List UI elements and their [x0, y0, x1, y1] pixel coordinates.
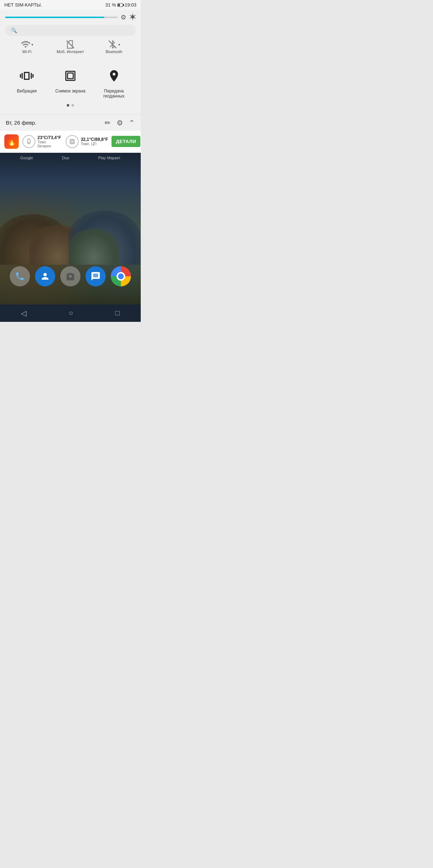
battery-percent: 31 %	[105, 2, 116, 8]
tile-bluetooth[interactable]: ▾ Bluetooth	[94, 39, 134, 54]
svg-rect-7	[71, 141, 73, 143]
brightness-row: ⚙ ✶	[5, 13, 136, 22]
dot-2	[71, 104, 74, 107]
wifi-icon-row: ▾	[21, 39, 33, 49]
search-icon: 🔍	[11, 27, 17, 33]
search-input[interactable]	[19, 27, 130, 33]
vibration-label: Вибрация	[17, 88, 37, 94]
tiles-row1: ▾ Wi-Fi Моб. Интернет ▾ Blu	[5, 39, 136, 54]
search-bar[interactable]: 🔍	[5, 25, 136, 36]
brightness-auto-icon[interactable]: ✶	[129, 13, 136, 22]
battery-temp-value: 23°C/73,4°F	[38, 135, 61, 140]
status-bar: НЕТ SIM-КАРТЫ. 31 % 19:03	[0, 0, 141, 10]
cpu-temp-icon	[66, 135, 79, 148]
tile-geodata[interactable]: Передача геоданных	[94, 66, 134, 99]
bluetooth-icon	[108, 39, 118, 49]
wifi-label: Wi-Fi	[22, 49, 32, 54]
screenshot-icon	[61, 66, 80, 86]
no-sim-text: НЕТ SIM-КАРТЫ.	[4, 2, 42, 8]
edit-icon[interactable]: ✏	[105, 118, 111, 127]
geodata-label: Передача геоданных	[94, 88, 134, 99]
status-right: 31 % 19:03	[105, 2, 136, 8]
location-icon	[104, 66, 124, 86]
mobile-data-icon	[65, 39, 75, 49]
svg-rect-6	[70, 139, 74, 144]
dock-chrome[interactable]	[111, 266, 131, 286]
battery-temp-icon	[22, 135, 35, 148]
collapse-icon[interactable]: ⌃	[129, 118, 135, 127]
dock-messages[interactable]	[86, 266, 106, 286]
app-banner: 🔥 23°C/73,4°F Темп. батареи	[0, 131, 141, 153]
bt-icon-row: ▾	[108, 39, 120, 49]
tile-wifi[interactable]: ▾ Wi-Fi	[7, 39, 47, 54]
dock-contacts[interactable]	[35, 266, 55, 286]
battery-temp-details: 23°C/73,4°F Темп. батареи	[38, 135, 61, 148]
brightness-manual-icon[interactable]: ⚙	[121, 13, 126, 21]
back-button[interactable]: ◁	[21, 309, 26, 318]
cpu-temp-item: 32,1°C/89,8°F Темп. ЦП	[66, 135, 108, 148]
mobile-icon-row	[65, 39, 75, 49]
banner-temps: 23°C/73,4°F Темп. батареи 32,1°C/89,8°F …	[22, 135, 108, 148]
wifi-dropdown-arrow[interactable]: ▾	[31, 43, 33, 47]
home-button[interactable]: ○	[69, 309, 73, 317]
date-icons: ✏ ⚙ ⌃	[105, 118, 135, 127]
spacer1	[5, 55, 136, 63]
battery-icon	[117, 3, 123, 7]
time-display: 19:03	[124, 2, 136, 8]
battery-temp-label: Темп. батареи	[38, 140, 61, 148]
battery-temp-item: 23°C/73,4°F Темп. батареи	[22, 135, 61, 148]
tiles-row2: Вибрация Снимок экрана Передача геоданны…	[5, 63, 136, 102]
google-label: Google	[20, 156, 33, 160]
chrome-inner	[117, 272, 125, 281]
cpu-monitor-icon: 🔥	[4, 134, 19, 149]
settings-icon[interactable]: ⚙	[117, 118, 123, 127]
tile-mobile[interactable]: Моб. Интернет	[51, 39, 90, 54]
brightness-track[interactable]	[5, 17, 118, 18]
cpu-temp-label: Темп. ЦП	[81, 142, 108, 146]
home-screen: Google Duo Play Маркет	[0, 153, 141, 305]
page-dots	[5, 104, 136, 107]
screenshot-label: Снимок экрана	[55, 88, 86, 94]
brightness-fill	[5, 17, 104, 18]
tile-vibration[interactable]: Вибрация	[7, 66, 47, 99]
details-button[interactable]: ДЕТАЛИ	[111, 136, 140, 147]
recents-button[interactable]: □	[115, 309, 119, 317]
cpu-temp-value: 32,1°C/89,8°F	[81, 137, 108, 142]
duo-label: Duo	[62, 156, 69, 160]
dock-phone[interactable]	[10, 266, 30, 286]
quick-settings-panel: ⚙ ✶ 🔍 ▾ Wi-Fi Моб. Инте	[0, 10, 141, 115]
bluetooth-label: Bluetooth	[105, 49, 122, 54]
wifi-icon	[21, 39, 31, 49]
home-app-labels: Google Duo Play Маркет	[0, 153, 141, 163]
date-text: Вт, 26 февр.	[6, 120, 36, 126]
dot-1	[67, 104, 69, 107]
svg-rect-3	[67, 73, 73, 79]
nav-bar: ◁ ○ □	[0, 305, 141, 322]
play-label: Play Маркет	[98, 156, 121, 160]
tile-screenshot[interactable]: Снимок экрана	[51, 66, 90, 99]
dock-camera[interactable]	[60, 266, 80, 286]
vibration-icon	[17, 66, 36, 86]
cpu-temp-details: 32,1°C/89,8°F Темп. ЦП	[81, 137, 108, 146]
bluetooth-dropdown-arrow[interactable]: ▾	[118, 43, 120, 47]
mobile-label: Моб. Интернет	[57, 49, 84, 54]
dock	[0, 266, 141, 286]
date-row: Вт, 26 февр. ✏ ⚙ ⌃	[0, 115, 141, 131]
